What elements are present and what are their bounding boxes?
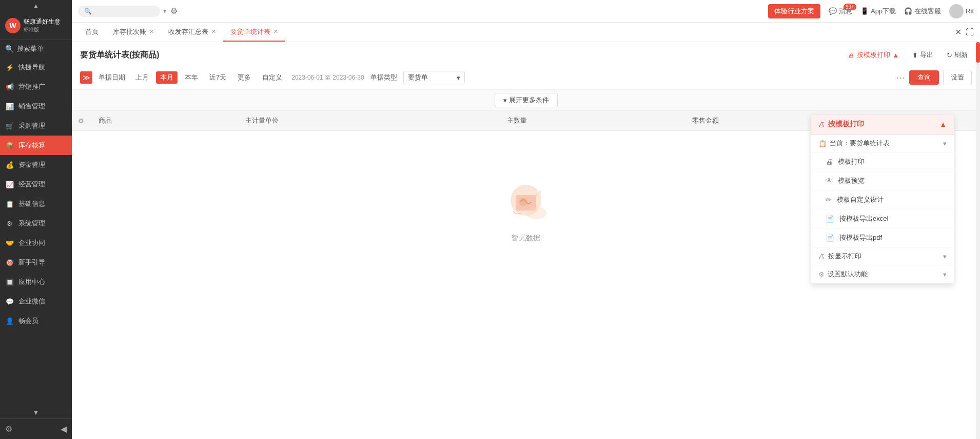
- sidebar-item-basic[interactable]: 📋 基础信息: [0, 194, 72, 214]
- refresh-label: 刷新: [954, 50, 968, 60]
- tab-order-stat-close[interactable]: ✕: [273, 28, 278, 35]
- search-dropdown-icon[interactable]: ▾: [163, 8, 166, 15]
- refresh-icon: ↻: [947, 51, 952, 59]
- sidebar-logo: W 畅康通好生意 标准版: [0, 12, 72, 40]
- tab-order-stat-label: 要货单统计表: [230, 27, 270, 36]
- export-pdf-icon: 📄: [826, 234, 834, 242]
- tab-receipt-summary-label: 收发存汇总表: [168, 27, 208, 36]
- tab-home-label: 首页: [85, 27, 99, 36]
- query-button[interactable]: 查询: [909, 70, 939, 85]
- expand-more-row: ▾ 展开更多条件: [72, 90, 980, 111]
- sidebar-item-label: 新手引导: [18, 258, 45, 267]
- tab-bar: 首页 库存批次账 ✕ 收发存汇总表 ✕ 要货单统计表 ✕ ✕ ⛶: [72, 23, 980, 42]
- dropdown-item-export-pdf[interactable]: 📄 按模板导出pdf: [811, 228, 954, 247]
- sidebar-item-sales[interactable]: 📊 销售管理: [0, 97, 72, 116]
- date-btn-this-year[interactable]: 本年: [181, 71, 202, 84]
- sidebar-item-label: 应用中心: [18, 277, 45, 287]
- sidebar-item-guide[interactable]: 🎯 新手引导: [0, 253, 72, 272]
- tab-batch-account[interactable]: 库存批次账 ✕: [106, 23, 161, 42]
- sidebar-scroll-up[interactable]: ▲: [0, 0, 72, 12]
- date-btn-last-7days[interactable]: 近7天: [205, 71, 230, 84]
- default-settings-arrow: ▾: [943, 271, 947, 278]
- template-print-icon: 🖨: [826, 158, 833, 166]
- dropdown-header[interactable]: 🖨 按模板打印 ▲: [811, 114, 954, 135]
- sidebar-item-operations[interactable]: 📈 经营管理: [0, 175, 72, 194]
- sidebar-item-apps[interactable]: 🔲 应用中心: [0, 272, 72, 292]
- trial-button[interactable]: 体验行业方案: [768, 4, 820, 18]
- header-actions: 体验行业方案 💬 消息 99+ 📱 App下载 🎧 在线客服 Rit: [768, 4, 974, 18]
- right-scrollbar[interactable]: [976, 42, 980, 439]
- settings-icon[interactable]: ⚙: [5, 424, 12, 434]
- display-print-icon-wrap: 🖨 按显示打印: [818, 252, 861, 261]
- svg-point-4: [535, 193, 539, 197]
- table-col-product: 商品: [92, 111, 239, 131]
- date-btn-last-month[interactable]: 上月: [131, 71, 153, 84]
- dropdown-default-settings-section[interactable]: ⚙ 设置默认功能 ▾: [811, 265, 954, 283]
- messages-button[interactable]: 💬 消息 99+: [829, 7, 852, 16]
- tab-expand-btn[interactable]: ⛶: [966, 28, 974, 37]
- type-filter-label: 单据类型: [370, 73, 397, 82]
- app-download-button[interactable]: 📱 App下载: [860, 7, 896, 16]
- expand-more-button[interactable]: ▾ 展开更多条件: [495, 93, 558, 107]
- date-btn-custom[interactable]: 自定义: [258, 71, 286, 84]
- printer-dropdown-icon: 🖨: [818, 121, 825, 128]
- search-icon: 🔍: [5, 45, 14, 53]
- dropdown-current-section[interactable]: 📋 当前：要货单统计表 ▾: [811, 135, 954, 152]
- tab-order-stat[interactable]: 要货单统计表 ✕: [223, 23, 285, 42]
- sidebar-item-system[interactable]: ⚙ 系统管理: [0, 214, 72, 233]
- type-filter-value: 要货单: [408, 73, 455, 82]
- sidebar-item-label: 库存核算: [18, 141, 45, 150]
- headset-icon: 🎧: [904, 7, 912, 15]
- type-filter-select[interactable]: 要货单 ▾: [403, 71, 465, 84]
- date-btn-more[interactable]: 更多: [233, 71, 255, 84]
- filter-expand-toggle[interactable]: ≫: [80, 71, 92, 84]
- tab-receipt-summary-close[interactable]: ✕: [211, 28, 216, 35]
- sidebar-item-shortcut[interactable]: ⚡ 快捷导航: [0, 58, 72, 77]
- collapse-icon[interactable]: ◀: [61, 424, 67, 434]
- online-service-button[interactable]: 🎧 在线客服: [904, 7, 941, 16]
- refresh-button[interactable]: ↻ 刷新: [943, 48, 972, 62]
- dropdown-close-icon[interactable]: ▲: [939, 120, 947, 128]
- tab-receipt-summary[interactable]: 收发存汇总表 ✕: [161, 23, 223, 42]
- sidebar-item-wechat[interactable]: 💬 企业微信: [0, 292, 72, 311]
- dropdown-item-template-design[interactable]: ✏ 模板自定义设计: [811, 190, 954, 209]
- tab-close-btn[interactable]: ✕: [955, 27, 962, 37]
- sidebar-item-inventory[interactable]: 📦 库存核算: [0, 136, 72, 155]
- date-btn-this-month[interactable]: 本月: [156, 71, 178, 84]
- tab-home[interactable]: 首页: [78, 23, 106, 42]
- app-download-label: App下载: [871, 7, 896, 16]
- main-area: 🔍 ▾ ⚙ 体验行业方案 💬 消息 99+ 📱 App下载 🎧 在线客服 R: [72, 0, 980, 439]
- message-icon: 💬: [829, 7, 837, 15]
- tab-batch-account-close[interactable]: ✕: [149, 28, 154, 35]
- sidebar-item-member[interactable]: 👤 畅会员: [0, 311, 72, 331]
- top-search-bar[interactable]: 🔍: [78, 6, 160, 17]
- user-avatar[interactable]: Rit: [949, 4, 974, 18]
- display-print-icon: 🖨: [818, 253, 825, 260]
- dropdown-item-export-excel[interactable]: 📄 按模板导出excel: [811, 209, 954, 228]
- dropdown-item-template-print[interactable]: 🖨 模板打印: [811, 152, 954, 171]
- app-name: 畅康通好生意: [24, 18, 61, 26]
- header-gear-icon[interactable]: ⚙: [170, 6, 178, 16]
- export-excel-icon: 📄: [826, 215, 834, 223]
- dropdown-display-print-section[interactable]: 🖨 按显示打印 ▾: [811, 247, 954, 265]
- settings-button[interactable]: 设置: [943, 70, 972, 85]
- export-button[interactable]: ⬆ 导出: [908, 48, 937, 62]
- print-template-button[interactable]: 🖨 按模板打印 ▲: [844, 48, 903, 62]
- page-title: 要货单统计表(按商品): [80, 50, 160, 61]
- sidebar-item-label: 销售管理: [18, 102, 45, 111]
- current-template-icon-wrap: 📋 当前：要货单统计表: [818, 139, 890, 148]
- more-options-icon[interactable]: ⋯: [896, 72, 905, 83]
- sidebar-item-collab[interactable]: 🤝 企业协同: [0, 233, 72, 253]
- sidebar-item-label: 企业协同: [18, 238, 45, 247]
- basic-icon: 📋: [5, 199, 14, 208]
- template-preview-icon: 👁: [826, 177, 833, 185]
- table-settings-icon[interactable]: ⚙: [78, 117, 84, 125]
- sidebar-item-finance[interactable]: 💰 资金管理: [0, 155, 72, 175]
- tab-batch-account-label: 库存批次账: [113, 27, 146, 36]
- sidebar-scroll-down[interactable]: ▼: [0, 407, 72, 418]
- sidebar-item-purchase[interactable]: 🛒 采购管理: [0, 116, 72, 136]
- dropdown-item-template-preview[interactable]: 👁 模板预览: [811, 171, 954, 190]
- sidebar-search[interactable]: 🔍 搜索菜单: [0, 40, 72, 58]
- member-icon: 👤: [5, 316, 14, 326]
- sidebar-item-marketing[interactable]: 📢 营销推广: [0, 77, 72, 97]
